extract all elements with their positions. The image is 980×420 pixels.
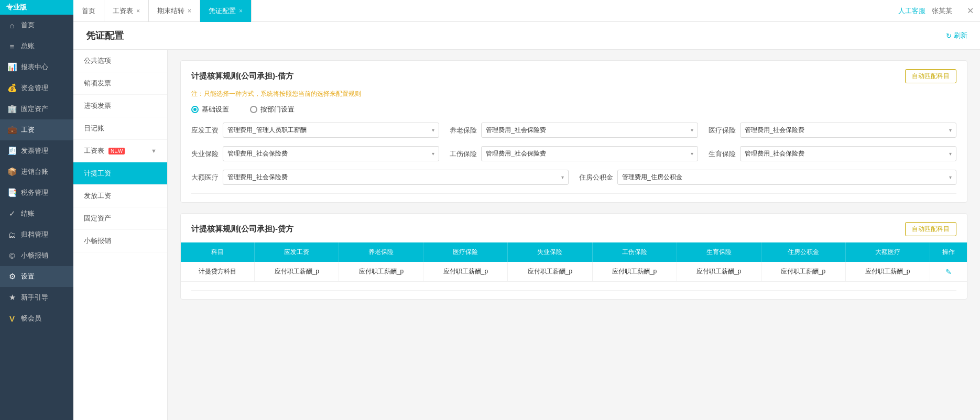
unemployment-select[interactable]: 管理费用_社会保险费 ▾ xyxy=(223,146,439,161)
fund-icon: 💰 xyxy=(7,83,17,93)
radio-dept-setting[interactable]: 按部门设置 xyxy=(250,105,295,114)
close-salary-table-tab[interactable]: × xyxy=(136,7,140,15)
sub-sidebar-item-diary[interactable]: 日记账 xyxy=(73,117,167,140)
col-injury: 工伤保险 xyxy=(592,242,677,262)
medical-label: 医疗保险 xyxy=(709,126,736,135)
topbar-right: 人工客服 张某某 xyxy=(898,6,961,16)
housing-fund-select[interactable]: 管理费用_住房公积金 ▾ xyxy=(617,170,956,185)
content-wrapper: 公共选项 销项发票 进项发票 日记账 工资表 NEW ▼ 计提工资 发放工资 xyxy=(73,50,980,420)
table-header-row: 科目 应发工资 养老保险 医疗保险 失业保险 工伤保险 生育保险 住房公积金 大… xyxy=(181,242,967,262)
td-maternity-val: 应付职工薪酬_p xyxy=(677,262,761,282)
sidebar: 专业版 ⌂ 首页 ≡ 总账 📊 报表中心 💰 资金管理 🏢 固定资产 💼 工资 … xyxy=(0,0,73,420)
sidebar-item-general-ledger[interactable]: ≡ 总账 xyxy=(0,36,73,57)
sidebar-item-archive-mgmt[interactable]: 🗂 归档管理 xyxy=(0,224,73,245)
sidebar-item-fund-mgmt[interactable]: 💰 资金管理 xyxy=(0,78,73,98)
close-period-close-tab[interactable]: × xyxy=(188,7,191,15)
form-grid-row2: 失业保险 管理费用_社会保险费 ▾ 工伤保险 管理费用_社会保险费 ▾ xyxy=(181,146,967,170)
col-subject: 科目 xyxy=(181,242,255,262)
section2-bottom-spacer xyxy=(181,282,967,290)
injury-select[interactable]: 管理费用_社会保险费 ▾ xyxy=(481,146,698,161)
sidebar-item-invoice-mgmt[interactable]: 🧾 发票管理 xyxy=(0,140,73,161)
major-medical-label: 大额医疗 xyxy=(191,173,219,182)
sub-sidebar-item-salary-table[interactable]: 工资表 NEW ▼ xyxy=(73,140,167,162)
section2-title: 计提核算规则(公司承担)-贷方 xyxy=(191,224,293,234)
td-housing-val: 应付职工薪酬_p xyxy=(761,262,845,282)
sidebar-item-report-center[interactable]: 📊 报表中心 xyxy=(0,57,73,78)
section1-header: 计提核算规则(公司承担)-借方 自动匹配科目 xyxy=(181,61,967,90)
sidebar-item-member[interactable]: V 畅会员 xyxy=(0,308,73,329)
radio-dept-circle xyxy=(250,106,257,113)
col-action: 操作 xyxy=(930,242,967,262)
unemployment-chevron: ▾ xyxy=(432,151,434,157)
sub-sidebar-item-xiao-chang2[interactable]: 小畅报销 xyxy=(73,230,167,252)
guide-icon: ★ xyxy=(7,293,17,302)
auto-match-credit-button[interactable]: 自动匹配科目 xyxy=(905,222,956,236)
auto-match-debit-button[interactable]: 自动匹配科目 xyxy=(905,69,956,83)
major-medical-select[interactable]: 管理费用_社会保险费 ▾ xyxy=(223,170,569,185)
sidebar-item-new-guide[interactable]: ★ 新手引导 xyxy=(0,287,73,308)
sub-sidebar-item-input-invoice[interactable]: 进项发票 xyxy=(73,95,167,117)
sidebar-item-close-accounts[interactable]: ✓ 结账 xyxy=(0,203,73,224)
ledger-icon: ≡ xyxy=(7,42,17,51)
tab-home[interactable]: 首页 xyxy=(73,0,104,22)
sub-sidebar-item-calc-salary[interactable]: 计提工资 xyxy=(73,162,167,185)
tab-salary-table[interactable]: 工资表 × xyxy=(104,0,149,22)
td-major-medical-val: 应付职工薪酬_p xyxy=(845,262,930,282)
section1-divider xyxy=(191,193,956,194)
sidebar-item-settings[interactable]: ⚙ 设置 xyxy=(0,266,73,287)
sidebar-item-tax-mgmt[interactable]: 📑 税务管理 xyxy=(0,182,73,203)
col-housing: 住房公积金 xyxy=(761,242,845,262)
sub-sidebar: 公共选项 销项发票 进项发票 日记账 工资表 NEW ▼ 计提工资 发放工资 xyxy=(73,50,168,420)
close-voucher-config-tab[interactable]: × xyxy=(239,7,243,15)
pension-select[interactable]: 管理费用_社会保险费 ▾ xyxy=(481,123,698,138)
close-accounts-icon: ✓ xyxy=(7,209,17,218)
invoice-icon: 🧾 xyxy=(7,146,17,156)
form-item-salary: 应发工资 管理费用_管理人员职工薪酬 ▾ xyxy=(191,123,439,138)
window-close-button[interactable]: ✕ xyxy=(961,6,980,16)
td-unemployment-val: 应付职工薪酬_p xyxy=(508,262,592,282)
section1-title: 计提核算规则(公司承担)-借方 xyxy=(191,71,293,81)
form-item-unemployment: 失业保险 管理费用_社会保险费 ▾ xyxy=(191,146,439,161)
sidebar-item-purchase-sales[interactable]: 📦 进销台账 xyxy=(0,161,73,182)
salary-select[interactable]: 管理费用_管理人员职工薪酬 ▾ xyxy=(223,123,439,138)
refresh-icon: ↻ xyxy=(946,32,952,40)
tab-period-close[interactable]: 期末结转 × xyxy=(149,0,200,22)
table-row: 计提贷方科目 应付职工薪酬_p 应付职工薪酬_p 应付职工薪酬_p 应付职工薪酬… xyxy=(181,262,967,282)
form-item-injury: 工伤保险 管理费用_社会保险费 ▾ xyxy=(450,146,698,161)
customer-service-link[interactable]: 人工客服 xyxy=(898,6,925,16)
col-medical: 医疗保险 xyxy=(423,242,508,262)
form-item-housing-fund: 住房公积金 管理费用_住房公积金 ▾ xyxy=(579,170,956,185)
topbar: 首页 工资表 × 期末结转 × 凭证配置 × 人工客服 张某某 ✕ xyxy=(73,0,980,22)
credit-table: 科目 应发工资 养老保险 医疗保险 失业保险 工伤保险 生育保险 住房公积金 大… xyxy=(181,242,967,282)
sidebar-item-xiao-chang[interactable]: © 小畅报销 xyxy=(0,245,73,266)
td-action[interactable]: ✎ xyxy=(930,262,967,282)
maternity-select[interactable]: 管理费用_社会保险费 ▾ xyxy=(740,146,956,161)
radio-group: 基础设置 按部门设置 xyxy=(181,105,967,123)
sidebar-item-salary[interactable]: 💼 工资 xyxy=(0,119,73,140)
tab-voucher-config[interactable]: 凭证配置 × xyxy=(200,0,252,22)
medical-select[interactable]: 管理费用_社会保险费 ▾ xyxy=(740,123,956,138)
section2-divider xyxy=(191,290,956,291)
expand-arrow: ▼ xyxy=(151,148,157,154)
edit-row-icon[interactable]: ✎ xyxy=(945,268,952,276)
sub-sidebar-item-issue-salary[interactable]: 发放工资 xyxy=(73,185,167,207)
radio-basic-setting[interactable]: 基础设置 xyxy=(191,105,229,114)
section-debit: 计提核算规则(公司承担)-借方 自动匹配科目 注：只能选择一种方式，系统将按照您… xyxy=(180,60,967,203)
medical-chevron: ▾ xyxy=(949,127,952,133)
col-maternity: 生育保险 xyxy=(677,242,761,262)
sub-sidebar-item-public-options[interactable]: 公共选项 xyxy=(73,50,167,72)
sidebar-item-home[interactable]: ⌂ 首页 xyxy=(0,15,73,36)
unemployment-label: 失业保险 xyxy=(191,149,219,159)
sidebar-item-fixed-assets[interactable]: 🏢 固定资产 xyxy=(0,98,73,119)
pension-chevron: ▾ xyxy=(691,127,693,133)
tax-icon: 📑 xyxy=(7,188,17,197)
section-credit: 计提核算规则(公司承担)-贷方 自动匹配科目 科目 应发工资 养老保险 医疗保险… xyxy=(180,213,967,300)
page-header: 凭证配置 ↻ 刷新 xyxy=(73,22,980,50)
sub-sidebar-item-fixed-assets-sub[interactable]: 固定资产 xyxy=(73,207,167,230)
new-badge: NEW xyxy=(108,148,125,154)
radio-basic-circle xyxy=(191,106,199,113)
form-item-pension: 养老保险 管理费用_社会保险费 ▾ xyxy=(450,123,698,138)
col-unemployment: 失业保险 xyxy=(508,242,592,262)
sub-sidebar-item-cancel-invoice[interactable]: 销项发票 xyxy=(73,72,167,95)
refresh-button[interactable]: ↻ 刷新 xyxy=(946,31,967,40)
